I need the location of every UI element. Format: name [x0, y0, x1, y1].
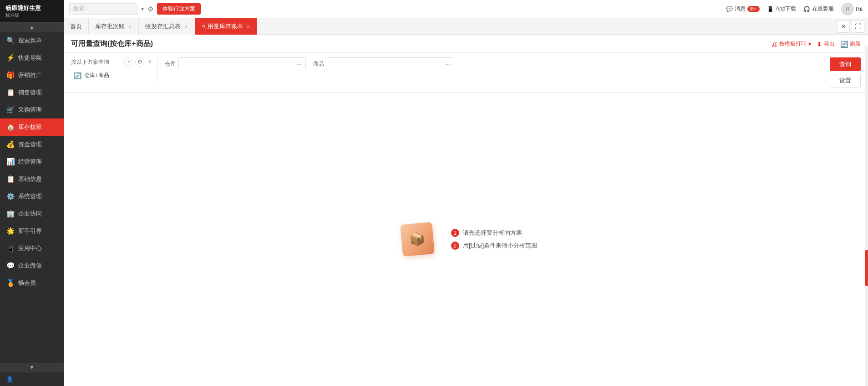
goods-input[interactable]: ··· — [327, 57, 454, 70]
tab-stock-summary[interactable]: 收发存汇总表 × — [139, 18, 195, 35]
sidebar-item-finance[interactable]: 💰 资金管理 — [0, 136, 64, 153]
goods-dots-btn[interactable]: ··· — [445, 60, 450, 67]
online-service-btn[interactable]: 🎧 在线客服 — [803, 5, 834, 13]
empty-box-graphic: 📦 — [400, 222, 435, 257]
sidebar-item-member[interactable]: 🏅 畅会员 — [0, 274, 64, 292]
search-chevron-icon[interactable]: ▾ — [141, 6, 144, 12]
tabs-actions: ✕ ⛶ — [837, 20, 868, 33]
header-search-box[interactable]: 搜索 — [69, 3, 137, 15]
query-btn[interactable]: 查询 — [830, 57, 861, 71]
base-info-icon: 📋 — [6, 175, 15, 183]
purchase-icon: 🛒 — [6, 106, 15, 114]
avatar: R — [841, 3, 854, 15]
add-scheme-btn[interactable]: + — [124, 57, 133, 67]
sidebar-item-sales[interactable]: 📋 销售管理 — [0, 84, 64, 101]
sidebar-item-app-center[interactable]: 📱 应用中心 — [0, 240, 64, 257]
sidebar-item-search[interactable]: 🔍 搜索菜单 — [0, 32, 64, 49]
sidebar-item-operation[interactable]: 📊 经营管理 — [0, 153, 64, 170]
header-right: 💬 消息 99+ 📱 App下载 🎧 在线客服 R Rit — [726, 3, 863, 15]
tabs-close-all-btn[interactable]: ✕ — [837, 20, 850, 33]
filter-fields: 仓库 ··· 商品 ··· — [157, 57, 824, 70]
sidebar-item-weixin[interactable]: 💬 企业微信 — [0, 257, 64, 274]
tabs-expand-btn[interactable]: ⛶ — [852, 20, 864, 33]
app-download-label: App下载 — [776, 5, 796, 13]
guide-icon: 🌟 — [6, 227, 15, 235]
tab-available-stock-close[interactable]: × — [246, 23, 250, 30]
headset-icon: 🎧 — [803, 6, 810, 12]
settings-btn[interactable]: 设置 — [830, 74, 861, 87]
refresh-btn[interactable]: 🔄 刷新 — [840, 40, 861, 48]
header-username: Rit — [856, 6, 863, 12]
step1-text: 请先选择要分析的方案 — [463, 229, 522, 237]
tab-batch-account-close[interactable]: × — [127, 23, 132, 30]
warehouse-input[interactable]: ··· — [178, 57, 306, 70]
tab-available-stock[interactable]: 可用量库存账本 × — [195, 18, 257, 35]
message-label: 消息 — [735, 5, 746, 13]
scrollbar-thumb[interactable] — [865, 250, 868, 286]
app-download-btn[interactable]: 📱 App下载 — [767, 5, 796, 13]
step2-num: 2 — [451, 242, 459, 250]
online-service-label: 在线客服 — [812, 5, 834, 13]
sidebar-item-marketing[interactable]: 🎁 营销推广 — [0, 67, 64, 84]
export-icon: ⬇ — [817, 41, 822, 48]
tab-batch-account[interactable]: 库存批次账 × — [89, 18, 139, 35]
marketing-icon: 🎁 — [6, 71, 15, 79]
print-label: 按模板打印 — [779, 40, 807, 48]
sidebar-bottom-user[interactable]: 👤 — [0, 372, 64, 386]
message-btn[interactable]: 💬 消息 99+ — [726, 5, 760, 13]
sidebar-item-inventory[interactable]: 🏠 库存核算 — [0, 118, 64, 136]
page-actions: 🖨 按模板打印 ▾ ⬇ 导出 🔄 刷新 — [771, 40, 861, 48]
sidebar-scroll-up[interactable]: ▲ — [0, 23, 64, 32]
enterprise-icon: 🏢 — [6, 210, 15, 218]
collapse-schemes-btn[interactable]: « — [148, 57, 152, 67]
header-gear-icon[interactable]: ⚙ — [147, 5, 153, 13]
sidebar-item-label: 库存核算 — [18, 123, 42, 131]
sidebar-scroll-down[interactable]: ▼ — [0, 363, 64, 372]
sidebar-item-label: 企业协同 — [18, 210, 42, 218]
user-profile-btn[interactable]: R Rit — [841, 3, 863, 15]
export-btn[interactable]: ⬇ 导出 — [817, 40, 835, 48]
print-btn[interactable]: 🖨 按模板打印 ▾ — [771, 40, 811, 48]
sidebar-item-label: 系统管理 — [18, 192, 42, 201]
sidebar-item-guide[interactable]: 🌟 新手引导 — [0, 222, 64, 240]
sidebar-item-label: 经营管理 — [18, 158, 42, 166]
sidebar-item-label: 新手引导 — [18, 227, 42, 235]
message-icon: 💬 — [726, 6, 733, 12]
sidebar-item-label: 基础信息 — [18, 175, 42, 183]
phone-icon: 📱 — [767, 6, 774, 12]
filter-schemes: 按以下方案查询 + ⚙ « 🔄 仓库+商品 — [71, 57, 157, 82]
tab-batch-account-label: 库存批次账 — [95, 22, 125, 31]
user-avatar-icon: 👤 — [6, 376, 13, 382]
sidebar-item-purchase[interactable]: 🛒 采购管理 — [0, 101, 64, 118]
sidebar-item-system[interactable]: ⚙️ 系统管理 — [0, 188, 64, 205]
tab-stock-summary-close[interactable]: × — [183, 23, 188, 30]
message-badge: 99+ — [747, 6, 760, 12]
app-title: 畅康通好生意 — [5, 5, 58, 12]
sidebar-item-label: 搜索菜单 — [18, 36, 42, 45]
system-icon: ⚙️ — [6, 192, 15, 201]
sidebar-item-enterprise[interactable]: 🏢 企业协同 — [0, 205, 64, 222]
tabs-bar: 首页 库存批次账 × 收发存汇总表 × 可用量库存账本 × ✕ ⛶ — [64, 18, 868, 35]
refresh-label: 刷新 — [850, 40, 861, 48]
member-icon: 🏅 — [6, 279, 15, 287]
scheme-item-warehouse-goods[interactable]: 🔄 仓库+商品 — [71, 69, 152, 82]
sidebar-item-base-info[interactable]: 📋 基础信息 — [0, 170, 64, 188]
warehouse-label: 仓库 — [165, 60, 176, 68]
tab-home[interactable]: 首页 — [64, 18, 89, 35]
empty-text: 1 请先选择要分析的方案 2 用[过滤]条件来缩小分析范围 — [451, 229, 537, 250]
top-header: 搜索 ▾ ⚙ 体验行业方案 💬 消息 99+ 📱 App下载 🎧 在线客服 R — [64, 0, 868, 18]
tab-available-stock-label: 可用量库存账本 — [202, 22, 243, 31]
right-scrollbar — [865, 46, 868, 386]
filter-schemes-title: 按以下方案查询 — [71, 58, 109, 66]
search-text: 搜索 — [73, 5, 84, 13]
inventory-icon: 🏠 — [6, 123, 15, 131]
sidebar-item-label: 快捷导航 — [18, 54, 42, 62]
sidebar-item-quick-nav[interactable]: ⚡ 快捷导航 — [0, 49, 64, 67]
industry-btn[interactable]: 体验行业方案 — [157, 3, 201, 15]
box-face-icon: 📦 — [409, 231, 426, 247]
quick-nav-icon: ⚡ — [6, 54, 15, 62]
step1-num: 1 — [451, 229, 459, 237]
warehouse-dots-btn[interactable]: ··· — [296, 60, 302, 67]
scheme-settings-btn[interactable]: ⚙ — [135, 57, 144, 67]
sidebar-item-label: 资金管理 — [18, 140, 42, 149]
